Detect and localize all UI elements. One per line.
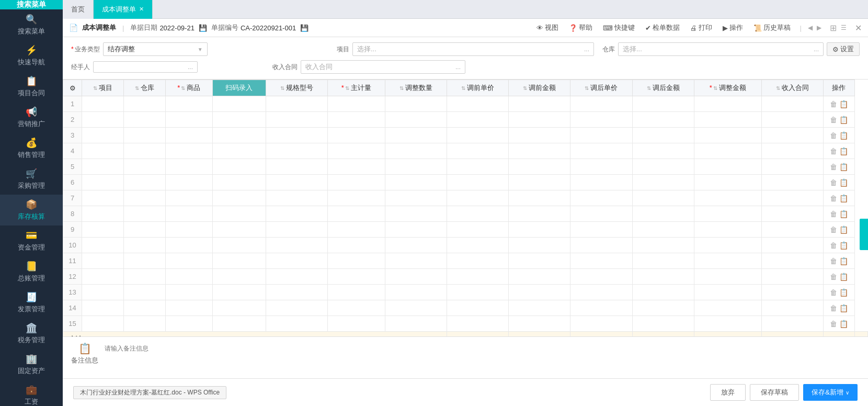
sidebar-item-project[interactable]: 📋 项目合同 <box>0 71 63 102</box>
settings-btn[interactable]: ⚙ 设置 <box>827 42 860 56</box>
cell-after-price[interactable] <box>570 238 632 253</box>
cell-adj-amount[interactable] <box>694 175 761 190</box>
cell-scan[interactable] <box>212 285 266 300</box>
cell-after-amount[interactable] <box>632 190 694 206</box>
cell-after-amount[interactable] <box>632 96 694 112</box>
sidebar-item-tax[interactable]: 🏛️ 税务管理 <box>0 318 63 349</box>
cell-after-amount[interactable] <box>632 128 694 143</box>
cell-scan[interactable] <box>212 238 266 253</box>
cell-income-contract[interactable] <box>761 96 823 112</box>
cell-prev-amount[interactable] <box>509 316 570 332</box>
cell-adj-qty[interactable] <box>385 143 447 159</box>
cell-project[interactable] <box>82 316 124 332</box>
delete-icon[interactable]: 🗑 <box>830 225 837 234</box>
delete-icon[interactable]: 🗑 <box>830 257 837 265</box>
cell-income-contract[interactable] <box>761 300 823 316</box>
cell-adj-qty[interactable] <box>385 316 447 332</box>
list-view-btn[interactable]: ☰ <box>841 24 847 31</box>
cell-income-contract[interactable] <box>761 175 823 190</box>
cell-prev-price[interactable] <box>447 190 508 206</box>
table-row[interactable]: 11🗑📋 <box>63 253 868 269</box>
cell-adj-amount[interactable] <box>694 238 761 253</box>
cell-unit[interactable] <box>328 238 385 253</box>
cell-income-contract[interactable] <box>761 143 823 159</box>
cell-after-amount[interactable] <box>632 143 694 159</box>
cell-prev-amount[interactable] <box>509 222 570 238</box>
cell-scan[interactable] <box>212 206 266 222</box>
cell-spec[interactable] <box>266 206 327 222</box>
cell-prev-amount[interactable] <box>509 128 570 143</box>
cell-after-price[interactable] <box>570 175 632 190</box>
cell-prev-price[interactable] <box>447 238 508 253</box>
copy-icon[interactable]: 📋 <box>839 304 848 312</box>
cell-prev-price[interactable] <box>447 96 508 112</box>
cell-product[interactable] <box>165 143 212 159</box>
sidebar-item-finance[interactable]: 💳 资金管理 <box>0 225 63 256</box>
cell-income-contract[interactable] <box>761 222 823 238</box>
cell-prev-price[interactable] <box>447 269 508 285</box>
cell-income-contract[interactable] <box>761 253 823 269</box>
cell-adj-amount[interactable] <box>694 285 761 300</box>
cell-product[interactable] <box>165 316 212 332</box>
cell-unit[interactable] <box>328 112 385 128</box>
table-row[interactable]: 2🗑📋 <box>63 112 868 128</box>
help-btn[interactable]: ❓ 帮助 <box>566 22 596 33</box>
cell-warehouse[interactable] <box>123 285 165 300</box>
cell-after-price[interactable] <box>570 300 632 316</box>
cell-prev-price[interactable] <box>447 253 508 269</box>
delete-icon[interactable]: 🗑 <box>830 100 837 108</box>
table-row[interactable]: 4🗑📋 <box>63 143 868 159</box>
cell-after-price[interactable] <box>570 269 632 285</box>
cell-warehouse[interactable] <box>123 206 165 222</box>
cell-product[interactable] <box>165 96 212 112</box>
delete-icon[interactable]: 🗑 <box>830 147 837 155</box>
tab-cost-adjust[interactable]: 成本调整单 ✕ <box>94 0 153 19</box>
taskbar-item[interactable]: 木门行业好业财处理方案-墓红红.doc - WPS Office <box>73 386 226 399</box>
cell-spec[interactable] <box>266 143 327 159</box>
cell-prev-amount[interactable] <box>509 206 570 222</box>
cell-product[interactable] <box>165 112 212 128</box>
cell-income-contract[interactable] <box>761 128 823 143</box>
sidebar-logo[interactable]: 搜索菜单 <box>0 0 63 9</box>
cell-scan[interactable] <box>212 96 266 112</box>
delete-icon[interactable]: 🗑 <box>830 131 837 140</box>
cell-after-price[interactable] <box>570 159 632 175</box>
table-row[interactable]: 8🗑📋 <box>63 206 868 222</box>
cell-spec[interactable] <box>266 222 327 238</box>
cell-income-contract[interactable] <box>761 238 823 253</box>
cell-unit[interactable] <box>328 128 385 143</box>
table-row[interactable]: 6🗑📋 <box>63 175 868 190</box>
cell-unit[interactable] <box>328 190 385 206</box>
copy-icon[interactable]: 📋 <box>839 225 848 234</box>
table-row[interactable]: 5🗑📋 <box>63 159 868 175</box>
cell-unit[interactable] <box>328 269 385 285</box>
cell-adj-qty[interactable] <box>385 112 447 128</box>
delete-icon[interactable]: 🗑 <box>830 178 837 187</box>
sidebar-item-marketing[interactable]: 📢 营销推广 <box>0 102 63 133</box>
cell-warehouse[interactable] <box>123 175 165 190</box>
cell-prev-price[interactable] <box>447 300 508 316</box>
tab-home[interactable]: 首页 <box>63 0 94 19</box>
cell-project[interactable] <box>82 128 124 143</box>
cell-project[interactable] <box>82 269 124 285</box>
cell-adj-qty[interactable] <box>385 285 447 300</box>
cell-adj-amount[interactable] <box>694 143 761 159</box>
table-row[interactable]: 10🗑📋 <box>63 238 868 253</box>
cell-prev-amount[interactable] <box>509 175 570 190</box>
cell-spec[interactable] <box>266 96 327 112</box>
save-draft-button[interactable]: 保存草稿 <box>750 384 799 401</box>
cell-adj-amount[interactable] <box>694 316 761 332</box>
nav-prev-btn[interactable]: ◀ <box>808 24 813 31</box>
cell-scan[interactable] <box>212 175 266 190</box>
copy-icon[interactable]: 📋 <box>839 241 848 250</box>
cell-adj-amount[interactable] <box>694 269 761 285</box>
print-btn[interactable]: 🖨 打印 <box>687 22 715 33</box>
table-row[interactable]: 3🗑📋 <box>63 128 868 143</box>
cell-unit[interactable] <box>328 253 385 269</box>
cell-unit[interactable] <box>328 316 385 332</box>
copy-icon[interactable]: 📋 <box>839 257 848 265</box>
cell-scan[interactable] <box>212 159 266 175</box>
cell-unit[interactable] <box>328 222 385 238</box>
cell-prev-price[interactable] <box>447 128 508 143</box>
cell-scan[interactable] <box>212 253 266 269</box>
